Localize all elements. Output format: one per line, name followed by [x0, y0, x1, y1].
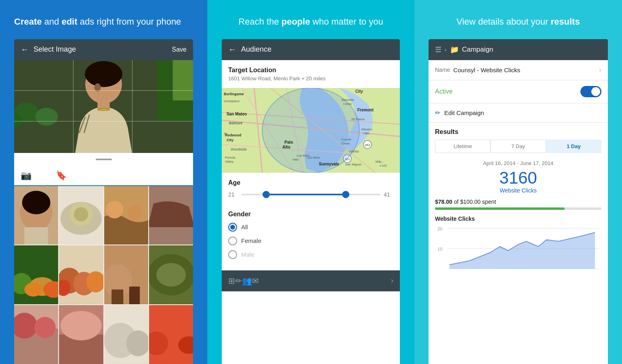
gender-option-all[interactable]: All	[228, 223, 393, 232]
campaign-name-value: Counsyl - Website Clicks	[453, 67, 599, 73]
audience-back-icon[interactable]: ←	[228, 45, 236, 54]
radio-female-icon[interactable]	[228, 236, 237, 245]
spend-amount: $78.00	[435, 199, 452, 205]
svg-text:Hills: Hills	[364, 132, 370, 135]
drag-handle[interactable]	[14, 153, 193, 166]
target-location-section: Target Location 1601 Willow Road, Menlo …	[222, 60, 400, 88]
save-button[interactable]: Save	[172, 46, 187, 53]
svg-point-43	[34, 317, 55, 338]
thumbnail-item[interactable]	[14, 186, 58, 245]
radio-all-icon[interactable]	[228, 223, 237, 232]
tab-lifetime[interactable]: Lifetime	[435, 140, 490, 153]
thumbnail-item[interactable]	[149, 186, 193, 245]
gender-female-label: Female	[241, 237, 261, 244]
screen-select-image: ← Select Image Save	[14, 39, 193, 364]
results-big-number-label: Website Clicks	[429, 187, 608, 194]
woman-photo	[14, 60, 193, 153]
svg-text:20: 20	[437, 226, 442, 231]
nav-forward-arrow[interactable]: ›	[391, 276, 393, 285]
spend-progress-bar-fill	[435, 207, 565, 210]
svg-text:San Mateo: San Mateo	[227, 112, 247, 116]
edit-campaign-row[interactable]: ✏ Edit Campaign	[429, 103, 608, 123]
campaign-topbar-title: Campaign	[462, 46, 494, 54]
svg-rect-36	[129, 287, 139, 304]
name-chevron-icon[interactable]: ›	[599, 66, 601, 74]
svg-text:Mission: Mission	[361, 128, 372, 131]
svg-text:Alviso: Alviso	[349, 149, 359, 153]
svg-text:Belmont: Belmont	[229, 121, 243, 125]
svg-text:28 Palms: 28 Palms	[351, 117, 365, 121]
camera-icon[interactable]: 📷	[21, 170, 32, 181]
age-min-label: 21	[228, 191, 238, 198]
age-slider-track[interactable]	[241, 194, 380, 195]
active-status-label: Active	[435, 88, 580, 95]
toggle-knob	[591, 87, 600, 96]
svg-text:San Miguel: San Miguel	[345, 163, 361, 166]
gender-option-female[interactable]: Female	[228, 236, 393, 245]
svg-text:Hills: Hills	[292, 158, 298, 161]
thumbnail-item[interactable]	[104, 245, 148, 304]
nav-message-icon[interactable]: ✉	[252, 276, 259, 286]
age-label: Age	[228, 179, 393, 186]
thumbnail-item[interactable]	[14, 305, 58, 364]
gallery-icon[interactable]: 🔖	[56, 170, 67, 181]
svg-text:262: 262	[365, 143, 370, 147]
main-image-preview[interactable]	[14, 60, 193, 153]
svg-text:Woodside: Woodside	[231, 147, 247, 151]
svg-text:Milp...: Milp...	[376, 160, 384, 163]
gender-label: Gender	[228, 211, 393, 218]
screen-audience: ← Audience Target Location 1601 Willow R…	[222, 39, 400, 364]
spend-total: $100.00	[460, 199, 481, 205]
thumbnail-item[interactable]	[149, 305, 193, 364]
name-row[interactable]: Name Counsyl - Website Clicks ›	[429, 60, 608, 80]
panel2-headline: Reach the people who matter to you	[222, 16, 400, 28]
svg-text:x SJC: x SJC	[380, 164, 387, 167]
panel-create-edit: Create and edit ads right from your phon…	[0, 0, 207, 364]
target-location-label: Target Location	[228, 67, 393, 74]
svg-rect-35	[111, 290, 123, 304]
thumbnail-item[interactable]	[104, 305, 148, 364]
thumbnail-item[interactable]	[104, 186, 148, 245]
thumbnail-item[interactable]	[14, 245, 58, 304]
thumbnail-item[interactable]	[149, 245, 193, 304]
svg-text:City: City	[227, 138, 233, 142]
svg-point-2	[35, 108, 58, 126]
age-section: Age 21 41	[222, 173, 400, 204]
chart-section: Website Clicks 20 10	[429, 215, 608, 364]
map-area[interactable]: 262 101 Burlingame homeplace San Mateo B…	[222, 88, 400, 173]
age-slider-thumb-left[interactable]	[263, 191, 270, 198]
thumbnail-item[interactable]	[59, 305, 103, 364]
tab-1day[interactable]: 1 Day	[546, 140, 601, 153]
active-toggle[interactable]	[580, 86, 601, 97]
radio-male-icon[interactable]	[228, 250, 237, 259]
edit-campaign-label: Edit Campaign	[444, 109, 484, 116]
svg-point-8	[94, 83, 101, 91]
panel-audience: Reach the people who matter to you ← Aud…	[207, 0, 414, 364]
svg-text:10: 10	[437, 247, 442, 251]
svg-text:Alameda: Alameda	[341, 98, 354, 101]
date-range: April 16, 2014 - June 17, 2014	[429, 156, 608, 169]
svg-point-7	[97, 108, 109, 111]
svg-point-46	[61, 311, 102, 341]
nav-edit-icon[interactable]: ✏	[235, 276, 242, 286]
grid-list-icon[interactable]: ☰	[435, 45, 441, 54]
gender-option-male[interactable]: Male	[228, 250, 393, 259]
nav-people-icon[interactable]: 👥	[242, 276, 252, 286]
nav-grid-icon[interactable]: ⊞	[228, 276, 235, 286]
svg-rect-10	[173, 60, 193, 100]
thumbnail-item[interactable]	[59, 245, 103, 304]
svg-point-5	[85, 61, 122, 87]
drag-handle-bar	[96, 159, 112, 160]
spend-label: spent	[482, 199, 496, 205]
back-arrow-icon[interactable]: ←	[21, 45, 29, 54]
results-big-number: 3160	[429, 169, 608, 187]
results-section: Results Lifetime 7 Day 1 Day	[429, 123, 608, 156]
tab-7day[interactable]: 7 Day	[490, 140, 546, 153]
thumbnail-item[interactable]	[59, 186, 103, 245]
svg-text:homeplace: homeplace	[224, 99, 240, 103]
svg-point-14	[22, 190, 50, 214]
age-max-label: 41	[384, 191, 393, 198]
svg-point-27	[24, 282, 42, 297]
svg-text:Valley: Valley	[225, 160, 233, 163]
age-slider-thumb-right[interactable]	[342, 191, 349, 198]
